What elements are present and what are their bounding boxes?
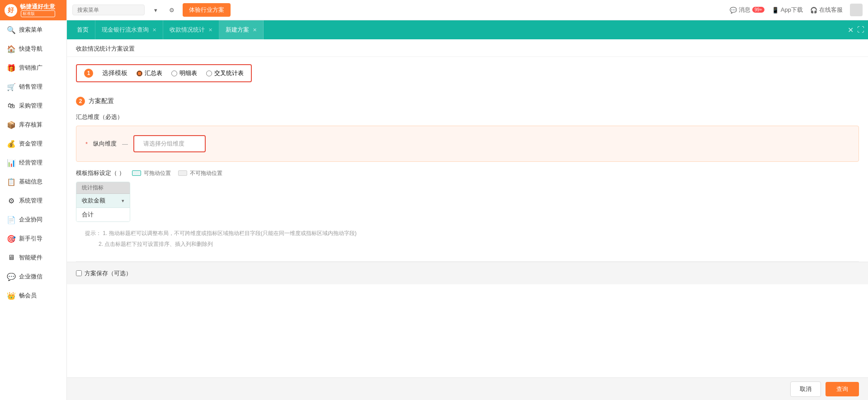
sidebar-item-label: 企业微信 xyxy=(19,273,42,281)
settings-icon[interactable]: ⚙ xyxy=(166,5,177,15)
sidebar: 好 畅捷通好生意 标准版 🔍 搜索菜单 🏠 快捷导航 🎁 营销推广 🛒 销售管理… xyxy=(0,0,67,400)
search-menu-icon: 🔍 xyxy=(7,26,15,34)
tab-bank-flow-close[interactable]: ✕ xyxy=(152,27,156,33)
user-avatar[interactable] xyxy=(850,4,863,16)
cart-icon: 🛒 xyxy=(7,83,15,91)
sidebar-item-label: 库存核算 xyxy=(19,121,42,129)
sidebar-item-label: 资金管理 xyxy=(19,140,42,148)
radio-summary-input[interactable] xyxy=(137,71,142,76)
stat-table-header: 统计指标 xyxy=(82,184,104,191)
app-download-button[interactable]: 📱 App下载 xyxy=(772,6,803,14)
save-checkbox-input[interactable] xyxy=(76,270,82,276)
dimension-section-label: 汇总维度（必选） xyxy=(76,113,859,121)
sidebar-item-label: 销售管理 xyxy=(19,83,42,91)
sidebar-item-wechat[interactable]: 💬 企业微信 xyxy=(0,267,66,286)
industry-plan-button[interactable]: 体验行业方案 xyxy=(183,3,231,17)
sidebar-item-label: 系统管理 xyxy=(19,197,42,205)
sidebar-item-search-menu[interactable]: 🔍 搜索菜单 xyxy=(0,20,66,39)
fixed-label: 不可拖动位置 xyxy=(190,169,222,177)
radio-detail-input[interactable] xyxy=(171,71,177,76)
sidebar-item-label: 采购管理 xyxy=(19,102,42,110)
section2-number: 2 xyxy=(76,97,85,106)
chart-icon: 📊 xyxy=(7,159,15,167)
dimension-row: * 纵向维度 — 请选择分组维度 xyxy=(85,135,849,152)
tips-area: 提示： 1. 拖动标题栏可以调整布局，不可跨维度或指标区域拖动栏目字段(只能在同… xyxy=(76,223,859,254)
notification-button[interactable]: 💬 消息 99+ xyxy=(730,6,764,14)
tip1: 提示： 1. 拖动标题栏可以调整布局，不可跨维度或指标区域拖动栏目字段(只能在同… xyxy=(85,228,850,239)
tabbar: 首页 现金银行流水查询 ✕ 收款情况统计 ✕ 新建方案 ✕ ✕ ⛶ xyxy=(67,20,868,39)
tab-close-all-icon[interactable]: ✕ xyxy=(848,26,854,34)
tab-payment-stats[interactable]: 收款情况统计 ✕ xyxy=(163,20,219,39)
column-header-dropdown-icon[interactable]: ▾ xyxy=(122,198,124,204)
draggable-legend: 可拖动位置 xyxy=(132,169,171,177)
logo-text: 畅捷通好生意 xyxy=(20,3,55,10)
tip2: 2. 点击标题栏下拉可设置排序、插入列和删除列 xyxy=(85,239,850,249)
footer-actions: 取消 查询 xyxy=(67,377,868,400)
required-star: * xyxy=(85,141,88,147)
gift-icon: 🎁 xyxy=(7,64,15,72)
fixed-legend: 不可拖动位置 xyxy=(178,169,222,177)
app-download-label: App下载 xyxy=(781,6,803,14)
sidebar-item-label: 新手引导 xyxy=(19,235,42,243)
bag-icon: 🛍 xyxy=(7,102,15,110)
radio-detail[interactable]: 明细表 xyxy=(171,69,197,77)
topbar-search-input[interactable] xyxy=(72,5,145,15)
sidebar-item-marketing[interactable]: 🎁 营销推广 xyxy=(0,58,66,77)
tab-home[interactable]: 首页 xyxy=(71,20,95,39)
sidebar-item-system[interactable]: ⚙ 系统管理 xyxy=(0,191,66,210)
tab-payment-stats-close[interactable]: ✕ xyxy=(208,27,212,33)
section2-title-row: 2 方案配置 xyxy=(76,97,859,106)
sidebar-logo: 好 畅捷通好生意 标准版 xyxy=(0,0,66,20)
customer-service-label: 在线客服 xyxy=(819,6,843,14)
money-icon: 💰 xyxy=(7,140,15,148)
app-icon: 📱 xyxy=(772,7,779,14)
topbar-dropdown-icon[interactable]: ▾ xyxy=(150,5,161,15)
tab-new-plan-close[interactable]: ✕ xyxy=(253,27,257,33)
notification-badge: 99+ xyxy=(752,7,764,13)
section1-title-row: 1 选择模板 汇总表 明细表 xyxy=(76,64,859,82)
target-icon: 🎯 xyxy=(7,235,15,243)
topbar: ▾ ⚙ 体验行业方案 💬 消息 99+ 📱 App下载 🎧 在线客服 xyxy=(67,0,868,20)
save-checkbox-label[interactable]: 方案保存（可选） xyxy=(76,269,132,278)
metric-table-column-header[interactable]: 收款金额 ▾ xyxy=(76,194,130,208)
sidebar-item-inventory[interactable]: 📦 库存核算 xyxy=(0,115,66,134)
radio-summary[interactable]: 汇总表 xyxy=(137,69,162,77)
sidebar-item-business[interactable]: 📊 经营管理 xyxy=(0,153,66,172)
page-title: 收款情况统计方案设置 xyxy=(76,45,135,52)
sidebar-item-quick-nav[interactable]: 🏠 快捷导航 xyxy=(0,39,66,58)
sidebar-item-label: 经营管理 xyxy=(19,159,42,167)
query-button[interactable]: 查询 xyxy=(826,382,859,396)
customer-service-button[interactable]: 🎧 在线客服 xyxy=(810,6,843,14)
metric-header-label: 模板指标设定（ ） xyxy=(76,169,125,177)
logo-icon: 好 xyxy=(5,4,17,17)
main-content: ▾ ⚙ 体验行业方案 💬 消息 99+ 📱 App下载 🎧 在线客服 首页 xyxy=(67,0,868,400)
sidebar-item-label: 快捷导航 xyxy=(19,45,42,53)
tab-new-plan[interactable]: 新建方案 ✕ xyxy=(219,20,264,39)
sidebar-item-label: 搜索菜单 xyxy=(19,26,42,34)
sidebar-item-label: 畅会员 xyxy=(19,292,37,300)
tab-expand-icon[interactable]: ⛶ xyxy=(857,26,864,34)
tabbar-controls: ✕ ⛶ xyxy=(848,26,864,34)
box-icon: 📦 xyxy=(7,121,15,129)
sidebar-item-member[interactable]: 👑 畅会员 xyxy=(0,286,66,305)
cancel-button[interactable]: 取消 xyxy=(790,381,821,397)
dimension-select-box[interactable]: 请选择分组维度 xyxy=(133,135,206,152)
sidebar-item-hardware[interactable]: 🖥 智能硬件 xyxy=(0,248,66,267)
sidebar-item-label: 企业协同 xyxy=(19,216,42,224)
content-area: 收款情况统计方案设置 1 选择模板 汇总表 xyxy=(67,39,868,377)
sidebar-item-cooperation[interactable]: 📄 企业协同 xyxy=(0,210,66,229)
sidebar-item-basic-info[interactable]: 📋 基础信息 xyxy=(0,172,66,191)
tab-bank-flow[interactable]: 现金银行流水查询 ✕ xyxy=(95,20,163,39)
headset-icon: 🎧 xyxy=(810,7,817,14)
clipboard-icon: 📋 xyxy=(7,178,15,186)
sidebar-item-purchase[interactable]: 🛍 采购管理 xyxy=(0,96,66,115)
gear-icon: ⚙ xyxy=(7,197,15,205)
sidebar-item-newbie[interactable]: 🎯 新手引导 xyxy=(0,229,66,248)
radio-cross-input[interactable] xyxy=(206,71,212,76)
page-header: 收款情况统计方案设置 xyxy=(67,39,868,57)
radio-cross[interactable]: 交叉统计表 xyxy=(206,69,244,77)
page-container: 收款情况统计方案设置 1 选择模板 汇总表 xyxy=(67,39,868,377)
sidebar-item-label: 智能硬件 xyxy=(19,254,42,262)
sidebar-item-funds[interactable]: 💰 资金管理 xyxy=(0,134,66,153)
sidebar-item-sales[interactable]: 🛒 销售管理 xyxy=(0,77,66,96)
